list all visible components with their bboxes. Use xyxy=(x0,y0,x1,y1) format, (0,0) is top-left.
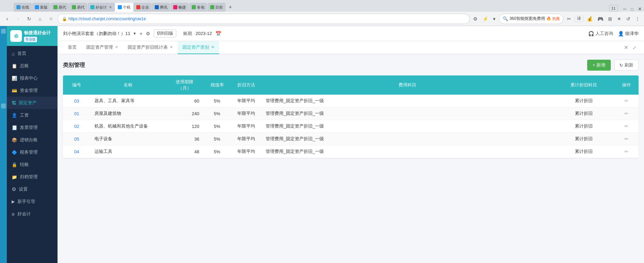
dropdown-icon[interactable]: ▾ xyxy=(492,16,497,22)
reload-button[interactable]: ↻ xyxy=(25,14,34,23)
col-header-subject: 费用科目 xyxy=(262,75,553,95)
sidebar: 会 畅捷通好会计 专业版 ⌂ 首页 📋 总账 📊 报表中心 💳 资金管理 xyxy=(7,26,58,263)
consultant-button[interactable]: 🎧 人工咨询 xyxy=(588,31,613,37)
maximize-icon[interactable]: □ xyxy=(629,7,635,12)
lightning-icon[interactable]: ⚡ xyxy=(481,16,490,22)
cell-code: 05 xyxy=(63,133,90,145)
company-arrow[interactable]: ▾ xyxy=(134,31,136,36)
tab-label: 个税 xyxy=(123,5,130,10)
back-button[interactable]: ‹ xyxy=(3,14,12,23)
cell-method: 年限平均 xyxy=(231,95,262,107)
strip-icon-2[interactable] xyxy=(1,104,6,108)
tab-label: 易代 xyxy=(77,5,85,10)
sidebar-item-report[interactable]: 📊 报表中心 xyxy=(7,72,58,84)
cell-op: ✏ xyxy=(615,133,639,145)
forward-button[interactable]: › xyxy=(14,14,23,23)
sidebar-item-fund[interactable]: 💳 资金管理 xyxy=(7,84,58,97)
translate-icon[interactable]: 译 xyxy=(574,15,583,22)
col-header-code: 编号 xyxy=(63,75,90,95)
browser-tab-8[interactable]: 腾讯 xyxy=(152,3,170,12)
tab-close-depreciation[interactable]: ✕ xyxy=(170,45,173,49)
sidebar-item-label: 总账 xyxy=(20,63,29,69)
page-tab-category[interactable]: 固定资产类别 ✕ xyxy=(178,41,219,54)
browser-tab-4[interactable]: 易代 xyxy=(69,3,87,12)
tab-panel-close-button[interactable]: ✕ xyxy=(622,44,630,51)
home-button[interactable]: ⌂ xyxy=(36,14,45,23)
sidebar-item-archive[interactable]: 📁 归档管理 xyxy=(7,171,58,183)
tab-bar: 在线 新版 易代 易代 好会计 ✕ 个税 企业 腾讯 xyxy=(0,0,644,12)
cell-method: 年限平均 xyxy=(231,145,262,158)
user-area[interactable]: 👤 徐泽华 xyxy=(618,31,639,37)
close-icon[interactable]: ✕ xyxy=(636,6,644,12)
sidebar-item-invoice[interactable]: 🧾 发票管理 xyxy=(7,121,58,134)
minimize-icon[interactable]: ─ xyxy=(621,6,629,12)
grid-icon[interactable]: ⊞ xyxy=(607,16,614,22)
edit-button[interactable]: ✏ xyxy=(624,149,629,154)
consultant-label: 人工咨询 xyxy=(595,31,613,37)
sidebar-item-salary[interactable]: 👤 工资 xyxy=(7,109,58,121)
section-header: 类别管理 + 新增 ↻ 刷新 xyxy=(63,60,639,71)
cell-rate: 5% xyxy=(203,95,231,107)
tab-close-category[interactable]: ✕ xyxy=(211,45,214,49)
refresh-button[interactable]: ↻ 刷新 xyxy=(614,60,639,71)
edit-button[interactable]: ✏ xyxy=(624,136,629,142)
page-tab-asset-mgmt[interactable]: 固定资产管理 ✕ xyxy=(81,41,123,54)
star-button[interactable]: ☆ xyxy=(47,14,55,23)
settings-cog-button[interactable]: ⚙ xyxy=(146,31,150,36)
edit-button[interactable]: ✏ xyxy=(624,98,629,104)
cell-name: 房屋及建筑物 xyxy=(90,107,166,120)
games-icon[interactable]: 🎮 xyxy=(596,16,605,22)
add-button[interactable]: + 新增 xyxy=(587,60,611,71)
sidebar-item-guide[interactable]: ▶ 新手引导 xyxy=(7,195,58,208)
page-tab-home[interactable]: 首页 xyxy=(63,41,81,54)
sidebar-item-label: 报表中心 xyxy=(20,75,38,81)
tab-close-5[interactable]: ✕ xyxy=(109,5,112,10)
table-row: 03 器具、工具、家具等 60 5% 年限平均 管理费用_固定资产折旧_一级 累… xyxy=(63,95,639,107)
calendar-icon[interactable]: 📅 xyxy=(215,31,221,36)
sidebar-item-ledger[interactable]: 📋 总账 xyxy=(7,60,58,72)
browser-tab-5[interactable]: 好会计 ✕ xyxy=(88,3,115,12)
tab-close-asset-mgmt[interactable]: ✕ xyxy=(115,45,118,49)
sidebar-item-inout[interactable]: 📦 进销台账 xyxy=(7,134,58,146)
scissors-icon[interactable]: ✂ xyxy=(566,16,572,22)
browser-tab-1[interactable]: 在线 xyxy=(14,3,32,12)
edit-button[interactable]: ✏ xyxy=(624,111,629,116)
browser-tab-9[interactable]: 畅捷 xyxy=(171,3,189,12)
browser-tab-7[interactable]: 企业 xyxy=(134,3,152,12)
sidebar-item-close-account[interactable]: 🔒 结账 xyxy=(7,158,58,171)
guide-icon: ▶ xyxy=(12,199,15,204)
page-tab-depreciation[interactable]: 固定资产折旧统计表 ✕ xyxy=(123,41,178,54)
sidebar-item-more[interactable]: ≡ 好会计 xyxy=(7,208,58,220)
wallet-icon[interactable]: 💰 xyxy=(585,16,594,22)
table-row: 01 房屋及建筑物 240 5% 年限平均 管理费用_固定资产折旧_一级 累计折… xyxy=(63,107,639,120)
home-icon: ⌂ xyxy=(12,51,15,57)
switch-version-button[interactable]: 切到旧版 xyxy=(154,29,176,37)
sidebar-item-settings[interactable]: ⚙ 设置 xyxy=(7,183,58,195)
archive-icon: 📁 xyxy=(12,175,17,180)
browser-tab-10[interactable]: 各地 xyxy=(189,3,207,12)
menu-icon[interactable]: ⋮ xyxy=(634,16,641,22)
new-tab-button[interactable]: + xyxy=(226,3,235,12)
url-bar[interactable]: 🔒 https://cloud.chanjet.com/accounting/u… xyxy=(58,14,470,24)
col-header-name: 名称 xyxy=(90,75,166,95)
cell-accum: 累计折旧 xyxy=(553,145,615,158)
sidebar-item-asset[interactable]: 🏗 固定资产 xyxy=(7,97,58,109)
site-settings-icon[interactable]: ⚙ xyxy=(472,16,479,22)
add-account-button[interactable]: + xyxy=(139,31,142,36)
sidebar-item-home[interactable]: ⌂ 首页 xyxy=(7,47,58,60)
edit-button[interactable]: ✏ xyxy=(624,123,629,129)
sidebar-item-tax[interactable]: 🔷 税务管理 xyxy=(7,146,58,158)
cell-name: 器具、工具、家具等 xyxy=(90,95,166,107)
theme-icon[interactable]: ☀ xyxy=(616,16,623,22)
cell-months: 120 xyxy=(166,120,203,133)
browser-tab-2[interactable]: 新版 xyxy=(32,3,50,12)
strip-icon-1[interactable] xyxy=(1,29,6,34)
col-header-op: 操作 xyxy=(615,75,639,95)
browser-tab-3[interactable]: 易代 xyxy=(51,3,69,12)
more-icon: ≡ xyxy=(12,211,15,217)
browser-tab-active[interactable]: 个税 xyxy=(115,3,133,12)
browser-tab-11[interactable]: 目前 xyxy=(207,3,226,12)
tab-panel-maximize-button[interactable]: ⤢ xyxy=(630,45,639,50)
back-forward-icon[interactable]: ↺ xyxy=(625,16,632,22)
cell-months: 240 xyxy=(166,107,203,120)
